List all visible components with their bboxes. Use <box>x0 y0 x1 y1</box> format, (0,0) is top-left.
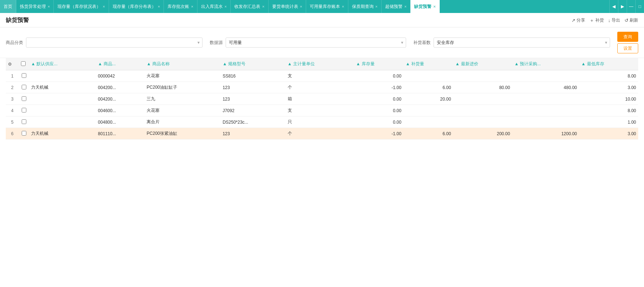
td-product-code: 801110... <box>96 128 144 140</box>
td-min-stock: 8.00 <box>579 70 638 82</box>
tab-close-inventory-status[interactable]: × <box>103 4 105 9</box>
tab-close-shortage[interactable]: × <box>433 4 435 9</box>
td-stock-qty: 0.00 <box>354 70 404 82</box>
th-spec[interactable]: ▲ 规格型号 <box>221 58 286 70</box>
td-latest-price <box>453 93 512 105</box>
tab-item-inventory-dist[interactable]: 现存量（库存分布表）× <box>109 0 164 13</box>
table-row[interactable]: 3 004200... 三九 123 箱 0.00 20.00 10.00 <box>6 93 638 105</box>
td-checkbox[interactable] <box>19 70 29 82</box>
tab-item-order-stats[interactable]: 要货单统计表× <box>269 0 306 13</box>
tab-next-button[interactable]: ▶ <box>618 0 627 13</box>
table-wrapper: ⚙ ▲ 默认供应... ▲ 商品... ▲ 商品名称 ▲ 规格型号 ▲ 主计量单… <box>0 58 644 140</box>
datasource-label: 数据源 <box>210 40 223 46</box>
td-product-name: 离合片 <box>144 116 220 128</box>
tab-item-abnormal[interactable]: 拣货异常处理× <box>16 0 54 13</box>
row-checkbox[interactable] <box>22 96 26 101</box>
tab-item-batch-account[interactable]: 库存批次账× <box>164 0 197 13</box>
th-min-stock[interactable]: ▲ 最低库存 <box>579 58 638 70</box>
td-latest-price <box>453 116 512 128</box>
filter-category: 商品分类 全部 <box>6 37 203 48</box>
tab-item-expiry-query[interactable]: 保质期查询× <box>348 0 382 13</box>
header-actions: ↗分享＋补货↓导出↺刷新 <box>571 17 639 24</box>
td-product-code: 004200... <box>96 82 144 93</box>
table-row[interactable]: 5 004800... 离合片 DS250*23c... 只 0.00 1.00 <box>6 116 638 128</box>
td-checkbox[interactable] <box>19 82 29 93</box>
tab-item-available-ledger[interactable]: 可用量库存账本× <box>306 0 348 13</box>
refresh-button[interactable]: ↺刷新 <box>625 17 638 23</box>
select-all-checkbox[interactable] <box>21 61 26 66</box>
td-default-supplier: 力天机械 <box>29 82 96 93</box>
table-header-row: ⚙ ▲ 默认供应... ▲ 商品... ▲ 商品名称 ▲ 规格型号 ▲ 主计量单… <box>6 58 638 70</box>
td-checkbox[interactable] <box>19 93 29 105</box>
table-row[interactable]: 1 0000042 火花塞 SS816 支 0.00 8.00 <box>6 70 638 82</box>
export-button[interactable]: ↓导出 <box>608 17 621 23</box>
category-label: 商品分类 <box>6 40 23 46</box>
th-estimated-purchase[interactable]: ▲ 预计采购... <box>512 58 579 70</box>
datasource-select[interactable]: 可用量 库存量 <box>226 37 406 48</box>
tab-minimize-button[interactable]: — <box>627 0 635 13</box>
td-estimated-purchase <box>512 93 579 105</box>
td-checkbox[interactable] <box>19 128 29 140</box>
tab-close-inventory-dist[interactable]: × <box>158 4 160 9</box>
tab-close-order-stats[interactable]: × <box>300 4 302 9</box>
td-checkbox[interactable] <box>19 105 29 116</box>
row-checkbox[interactable] <box>22 131 26 136</box>
th-product-name[interactable]: ▲ 商品名称 <box>144 58 220 70</box>
th-checkbox[interactable] <box>19 58 29 70</box>
replenish-base-label: 补货基数 <box>413 40 431 46</box>
td-product-code: 004600... <box>96 105 144 116</box>
table-row[interactable]: 4 004600... 火花塞 J7092 支 0.00 8.00 <box>6 105 638 116</box>
th-unit[interactable]: ▲ 主计量单位 <box>286 58 354 70</box>
td-min-stock: 8.00 <box>579 105 638 116</box>
td-product-name: 火花塞 <box>144 105 220 116</box>
settings-button[interactable]: 设置 <box>617 43 638 53</box>
row-checkbox[interactable] <box>22 73 26 78</box>
td-latest-price: 80.00 <box>453 82 512 93</box>
tab-item-overstock[interactable]: 超储预警× <box>382 0 410 13</box>
th-settings[interactable]: ⚙ <box>6 58 19 70</box>
tab-item-home[interactable]: 首页 <box>0 0 16 13</box>
tab-item-receive-summary[interactable]: 收发存汇总表× <box>231 0 268 13</box>
td-spec: DS250*23c... <box>221 116 286 128</box>
th-latest-price[interactable]: ▲ 最新进价 <box>453 58 512 70</box>
tab-close-receive-summary[interactable]: × <box>262 4 264 9</box>
tab-item-shortage[interactable]: 缺货预警× <box>410 0 439 13</box>
row-checkbox[interactable] <box>22 85 26 89</box>
th-stock-qty[interactable]: ▲ 库存量 <box>354 58 404 70</box>
replenish-base-select[interactable]: 安全库存 最低库存 <box>434 37 610 48</box>
tab-close-abnormal[interactable]: × <box>48 4 50 9</box>
th-product-code[interactable]: ▲ 商品... <box>96 58 144 70</box>
td-replenish-qty <box>404 105 453 116</box>
td-min-stock: 3.00 <box>579 82 638 93</box>
tab-close-batch-account[interactable]: × <box>191 4 193 9</box>
query-button[interactable]: 查询 <box>617 32 638 42</box>
tab-item-inventory-status[interactable]: 现存量（库存状况表）× <box>54 0 109 13</box>
td-stock-qty: 0.00 <box>354 105 404 116</box>
row-checkbox[interactable] <box>22 108 26 112</box>
table-row[interactable]: 6 力天机械 801110... PC200张紧油缸 123 个 -1.00 6… <box>6 128 638 140</box>
td-spec: J7092 <box>221 105 286 116</box>
row-checkbox[interactable] <box>22 119 26 124</box>
refresh-label: 刷新 <box>630 17 638 23</box>
td-min-stock: 1.00 <box>579 116 638 128</box>
tab-prev-button[interactable]: ◀ <box>609 0 618 13</box>
td-min-stock: 3.00 <box>579 128 638 140</box>
td-row-num: 2 <box>6 82 19 93</box>
replenish-button[interactable]: ＋补货 <box>589 17 604 24</box>
tab-maximize-button[interactable]: □ <box>635 0 644 13</box>
td-unit: 支 <box>286 105 354 116</box>
tab-close-expiry-query[interactable]: × <box>375 4 378 9</box>
share-button[interactable]: ↗分享 <box>571 17 585 23</box>
td-checkbox[interactable] <box>19 116 29 128</box>
tab-close-available-ledger[interactable]: × <box>342 4 344 9</box>
th-default-supplier[interactable]: ▲ 默认供应... <box>29 58 96 70</box>
td-estimated-purchase <box>512 116 579 128</box>
category-select[interactable]: 全部 <box>26 37 203 48</box>
tab-close-overstock[interactable]: × <box>404 4 406 9</box>
td-row-num: 3 <box>6 93 19 105</box>
tab-close-inout-flow[interactable]: × <box>225 4 227 9</box>
table-row[interactable]: 2 力天机械 004200... PC200油缸缸子 123 个 -1.00 6… <box>6 82 638 93</box>
tab-bar: 首页拣货异常处理×现存量（库存状况表）×现存量（库存分布表）×库存批次账×出入库… <box>0 0 644 13</box>
tab-item-inout-flow[interactable]: 出入库流水× <box>197 0 231 13</box>
th-replenish-qty[interactable]: ▲ 补货量 <box>404 58 453 70</box>
